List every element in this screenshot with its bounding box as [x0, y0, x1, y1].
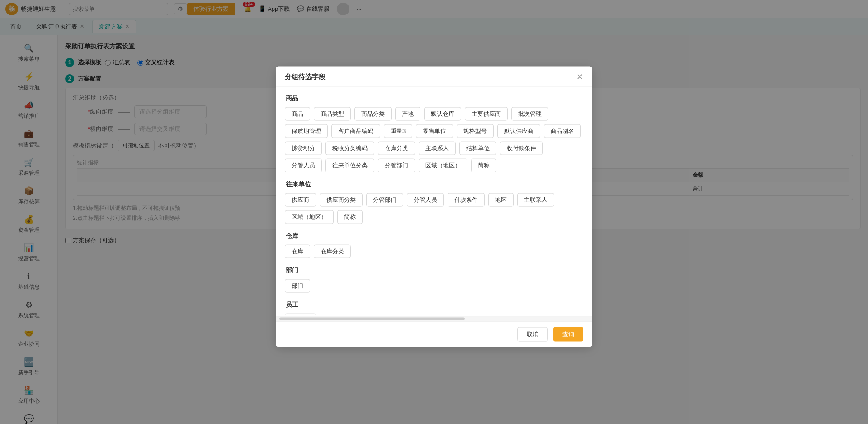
field-tag-0-1[interactable]: 商品类型 — [314, 107, 351, 120]
confirm-button[interactable]: 查询 — [553, 327, 583, 341]
field-tag-1-1[interactable]: 供应商分类 — [320, 193, 363, 206]
field-tag-1-4[interactable]: 付款条件 — [448, 193, 485, 206]
field-tag-1-5[interactable]: 地区 — [488, 193, 514, 206]
field-tag-0-12[interactable]: 默认供应商 — [497, 124, 540, 138]
field-group-title-4: 员工 — [285, 300, 583, 309]
modal-header: 分组待选字段 ✕ — [276, 66, 592, 87]
field-list-0: 商品商品类型商品分类产地默认仓库主要供应商批次管理保质期管理客户商品编码重量3零… — [285, 107, 583, 172]
modal-close-button[interactable]: ✕ — [576, 73, 583, 81]
field-tag-0-8[interactable]: 客户商品编码 — [331, 124, 380, 138]
field-tag-0-4[interactable]: 默认仓库 — [424, 107, 461, 120]
field-tag-0-21[interactable]: 往来单位分类 — [326, 158, 374, 172]
field-tag-0-3[interactable]: 产地 — [395, 107, 420, 120]
field-tag-1-3[interactable]: 分管人员 — [407, 193, 444, 206]
field-group-title-2: 仓库 — [285, 232, 583, 240]
field-tag-4-0[interactable]: 业务员 — [285, 313, 316, 316]
modal-body[interactable]: 商品商品商品类型商品分类产地默认仓库主要供应商批次管理保质期管理客户商品编码重量… — [276, 87, 592, 316]
field-tag-0-16[interactable]: 仓库分类 — [378, 141, 415, 155]
field-tag-1-2[interactable]: 分管部门 — [366, 193, 403, 206]
field-tag-0-11[interactable]: 规格型号 — [457, 124, 494, 138]
field-tag-3-0[interactable]: 部门 — [285, 279, 310, 292]
field-tag-0-13[interactable]: 商品别名 — [544, 124, 581, 138]
field-group-title-1: 往来单位 — [285, 180, 583, 188]
field-tag-0-5[interactable]: 主要供应商 — [465, 107, 508, 120]
field-tag-0-10[interactable]: 零售单位 — [416, 124, 453, 138]
field-tag-0-22[interactable]: 分管部门 — [378, 158, 415, 172]
field-tag-0-15[interactable]: 税收分类编码 — [326, 141, 374, 155]
field-tag-0-9[interactable]: 重量3 — [384, 124, 412, 138]
field-group-title-3: 部门 — [285, 266, 583, 274]
field-list-1: 供应商供应商分类分管部门分管人员付款条件地区主联系人区域（地区）简称 — [285, 193, 583, 224]
modal-title: 分组待选字段 — [285, 72, 326, 81]
field-tag-0-6[interactable]: 批次管理 — [511, 107, 548, 120]
field-group-3: 部门部门 — [285, 266, 583, 292]
field-tag-0-14[interactable]: 拣货积分 — [285, 141, 322, 155]
field-list-3: 部门 — [285, 279, 583, 292]
field-tag-0-24[interactable]: 简称 — [471, 158, 496, 172]
field-group-0: 商品商品商品类型商品分类产地默认仓库主要供应商批次管理保质期管理客户商品编码重量… — [285, 94, 583, 172]
field-tag-1-6[interactable]: 主联系人 — [517, 193, 554, 206]
field-group-1: 往来单位供应商供应商分类分管部门分管人员付款条件地区主联系人区域（地区）简称 — [285, 180, 583, 224]
field-tag-0-17[interactable]: 主联系人 — [419, 141, 456, 155]
field-list-2: 仓库仓库分类 — [285, 244, 583, 258]
field-tag-0-0[interactable]: 商品 — [285, 107, 310, 120]
field-group-2: 仓库仓库仓库分类 — [285, 232, 583, 258]
field-tag-2-0[interactable]: 仓库 — [285, 244, 310, 258]
field-tag-1-7[interactable]: 区域（地区） — [285, 210, 334, 224]
field-group-title-0: 商品 — [285, 94, 583, 102]
modal-footer: 取消 查询 — [276, 321, 592, 347]
field-tag-0-23[interactable]: 区域（地区） — [419, 158, 467, 172]
field-list-4: 业务员 — [285, 313, 583, 316]
field-tag-0-2[interactable]: 商品分类 — [354, 107, 392, 120]
field-group-4: 员工业务员 — [285, 300, 583, 316]
field-tag-2-1[interactable]: 仓库分类 — [314, 244, 351, 258]
field-tag-0-19[interactable]: 收付款条件 — [500, 141, 543, 155]
cancel-button[interactable]: 取消 — [517, 327, 548, 341]
field-tag-0-7[interactable]: 保质期管理 — [285, 124, 328, 138]
field-tag-1-8[interactable]: 简称 — [337, 210, 363, 224]
horizontal-scrollbar[interactable] — [279, 318, 465, 320]
field-tag-1-0[interactable]: 供应商 — [285, 193, 316, 206]
field-select-modal: 分组待选字段 ✕ 商品商品商品类型商品分类产地默认仓库主要供应商批次管理保质期管… — [276, 66, 592, 347]
field-tag-0-18[interactable]: 结算单位 — [459, 141, 496, 155]
field-tag-0-20[interactable]: 分管人员 — [285, 158, 322, 172]
